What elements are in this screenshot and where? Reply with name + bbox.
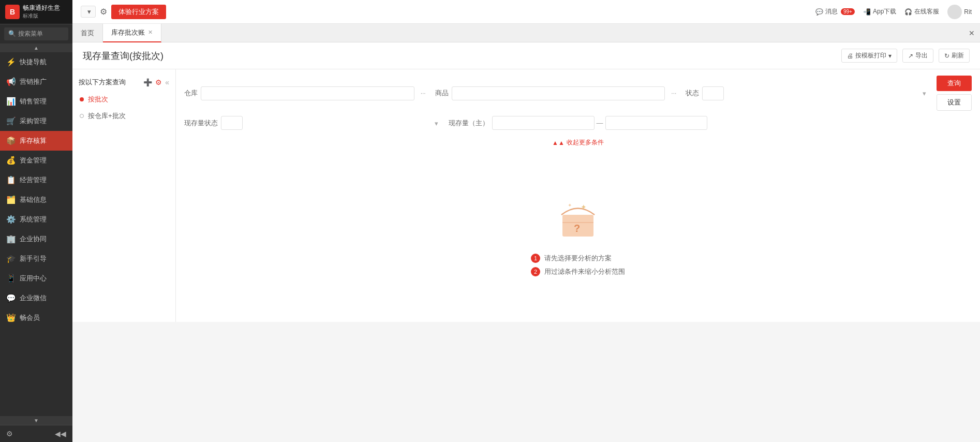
member-icon: 👑 — [6, 313, 16, 322]
filter-settings-btn[interactable]: ⚙ — [155, 78, 162, 86]
sidebar-title: 畅康通好生意 — [23, 4, 60, 12]
refresh-icon: ↻ — [944, 52, 949, 60]
stock-status-select[interactable] — [221, 116, 243, 130]
sidebar-item-marketing[interactable]: 📢 营销推广 — [0, 72, 72, 92]
sidebar-item-sales[interactable]: 📊 销售管理 — [0, 92, 72, 111]
sidebar-item-quicknav[interactable]: ⚡ 快捷导航 — [0, 52, 72, 72]
svg-text:✦: ✦ — [581, 203, 587, 211]
online-service-btn[interactable]: 🎧 在线客服 — [904, 7, 939, 16]
product-label: 商品 — [435, 89, 449, 98]
filter-collapse-btn[interactable]: « — [165, 78, 169, 86]
filter-sidebar-actions: ➕ ⚙ « — [143, 78, 169, 86]
scroll-up-btn[interactable]: ▲ — [0, 43, 72, 52]
sidebar-item-purchase[interactable]: 🛒 采购管理 — [0, 111, 72, 131]
messages-btn[interactable]: 💬 消息 99+ — [815, 7, 855, 16]
user-menu[interactable]: Rit — [947, 5, 972, 19]
filter-add-btn[interactable]: ➕ — [143, 78, 152, 86]
collapse-sidebar-btn[interactable]: ◀◀ — [55, 430, 66, 438]
finance-icon: 💰 — [6, 156, 16, 165]
filter-option-warehouse-batch[interactable]: 按仓库+批次 — [72, 108, 175, 124]
tabbar-close-all-btn[interactable]: ✕ — [963, 24, 980, 42]
app-download-label: App下载 — [873, 7, 896, 16]
refresh-btn[interactable]: ↻ 刷新 — [939, 49, 970, 63]
tab-close-btn[interactable]: ✕ — [148, 29, 153, 36]
stock-qty-max[interactable] — [605, 116, 707, 130]
search-menu[interactable]: 🔍 搜索菜单 — [4, 27, 68, 40]
app-download-btn[interactable]: 📲 App下载 — [863, 7, 896, 16]
set-btn[interactable]: 设置 — [937, 94, 972, 111]
topbar: ▾ ⚙ 体验行业方案 💬 消息 99+ 📲 App下载 🎧 在线客服 Rit — [72, 0, 980, 24]
scroll-down-btn[interactable]: ▼ — [0, 416, 72, 425]
print-btn[interactable]: 🖨 按模板打印 ▾ — [841, 49, 897, 63]
sidebar-item-label: 畅会员 — [20, 313, 40, 322]
export-btn[interactable]: ↗ 导出 — [902, 49, 933, 63]
product-input[interactable] — [452, 86, 665, 100]
sidebar-item-label: 经营管理 — [20, 175, 47, 185]
tab-inventory-batch[interactable]: 库存批次账 ✕ — [103, 24, 161, 42]
sidebar-item-appcenter[interactable]: 📱 应用中心 — [0, 269, 72, 288]
topbar-dropdown[interactable]: ▾ — [81, 6, 96, 18]
refresh-label: 刷新 — [952, 51, 964, 60]
warehouse-label: 仓库 — [184, 89, 198, 98]
filter-row-2: 现存量状态 现存量（主） — [184, 116, 972, 130]
sidebar-item-label: 应用中心 — [20, 274, 47, 283]
sales-icon: 📊 — [6, 97, 16, 106]
stock-qty-label: 现存量（主） — [449, 119, 489, 128]
stock-status-group: 现存量状态 — [184, 116, 442, 130]
wechat-icon: 💬 — [6, 293, 16, 303]
tab-home[interactable]: 首页 — [72, 24, 103, 42]
sidebar-item-label: 快捷导航 — [20, 57, 47, 67]
user-label: Rit — [964, 8, 972, 16]
status-select[interactable] — [702, 86, 724, 100]
query-btn[interactable]: 查询 — [937, 76, 972, 91]
hint-text-1: 请先选择要分析的方案 — [544, 254, 612, 263]
product-more-btn[interactable]: ··· — [668, 90, 679, 97]
inventory-icon: 📦 — [6, 136, 16, 145]
app-logo: B — [5, 5, 20, 19]
stock-status-select-wrapper — [221, 116, 442, 130]
app-download-icon: 📲 — [863, 8, 871, 16]
sidebar-item-newuser[interactable]: 🎓 新手引导 — [0, 249, 72, 269]
sidebar-item-system[interactable]: ⚙️ 系统管理 — [0, 210, 72, 229]
trial-btn[interactable]: 体验行业方案 — [111, 5, 166, 19]
search-icon: 🔍 — [8, 30, 16, 37]
active-dot — [80, 97, 84, 101]
sidebar-item-finance[interactable]: 💰 资金管理 — [0, 151, 72, 170]
quicknav-icon: ⚡ — [6, 57, 16, 67]
settings-footer-btn[interactable]: ⚙ — [6, 430, 13, 438]
appcenter-icon: 📱 — [6, 274, 16, 283]
topbar-left: ▾ ⚙ 体验行业方案 — [81, 5, 810, 19]
sidebar-item-enterprise[interactable]: 🏢 企业协同 — [0, 229, 72, 249]
sidebar-item-basic[interactable]: 🗂️ 基础信息 — [0, 190, 72, 210]
warehouse-input[interactable] — [201, 86, 414, 100]
topbar-settings-icon[interactable]: ⚙ — [100, 7, 107, 17]
sidebar-item-inventory[interactable]: 📦 库存核算 — [0, 131, 72, 151]
sidebar-item-label: 系统管理 — [20, 215, 47, 224]
stock-status-label: 现存量状态 — [184, 119, 218, 128]
status-select-wrapper — [702, 86, 930, 100]
sidebar-item-member[interactable]: 👑 畅会员 — [0, 308, 72, 328]
page-actions: 🖨 按模板打印 ▾ ↗ 导出 ↻ 刷新 — [841, 49, 970, 69]
sidebar-item-label: 企业微信 — [20, 293, 47, 303]
hint-item-2: 2 用过滤条件来缩小分析范围 — [531, 267, 625, 276]
newuser-icon: 🎓 — [6, 254, 16, 263]
sidebar-item-label: 资金管理 — [20, 156, 47, 165]
warehouse-more-btn[interactable]: ··· — [418, 90, 429, 97]
system-icon: ⚙️ — [6, 215, 16, 224]
sidebar-item-operations[interactable]: 📋 经营管理 — [0, 170, 72, 190]
collapse-label: 收起更多条件 — [567, 138, 604, 147]
stock-qty-min[interactable] — [492, 116, 594, 130]
tab-home-label: 首页 — [81, 28, 94, 38]
stock-qty-group: 现存量（主） — — [449, 116, 707, 130]
sidebar-item-wechat[interactable]: 💬 企业微信 — [0, 288, 72, 308]
export-icon: ↗ — [908, 52, 913, 60]
collapse-up-icon: ▲▲ — [552, 139, 565, 146]
filter-option-batch[interactable]: 按批次 — [72, 91, 175, 108]
sidebar-subtitle: 标准版 — [23, 12, 60, 20]
sidebar-brand: 畅康通好生意 标准版 — [23, 4, 60, 20]
collapse-row[interactable]: ▲▲ 收起更多条件 — [184, 135, 972, 150]
filter-sidebar-header: 按以下方案查询 ➕ ⚙ « — [72, 76, 175, 91]
filter-main-wrapper: 仓库 ··· 商品 ··· 状态 — [176, 69, 980, 322]
page-title: 现存量查询(按批次) — [83, 50, 164, 68]
topbar-right: 💬 消息 99+ 📲 App下载 🎧 在线客服 Rit — [815, 5, 972, 19]
